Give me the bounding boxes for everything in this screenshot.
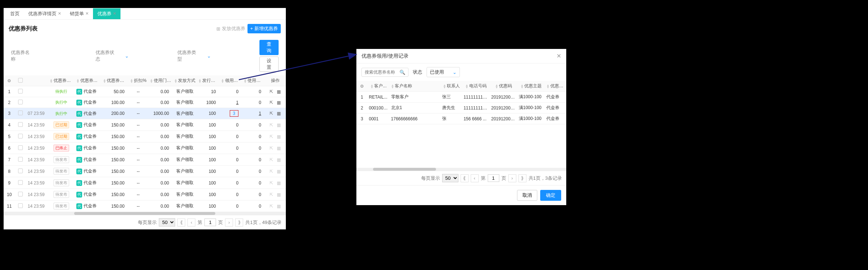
share-icon[interactable]: ⇱ — [270, 111, 273, 116]
modal-table-row[interactable]: 1RETAIL...零散客户张三111111111112019120070...… — [356, 92, 566, 103]
table-row[interactable]: 914 23:59待发布代代金券150.00--0.00客户领取10000⇱▦ — [4, 177, 286, 189]
th-face[interactable]: 优惠券面值 — [107, 78, 128, 83]
page-first[interactable]: ⟪ — [177, 219, 185, 227]
modal-hscroll-thumb[interactable] — [373, 168, 436, 171]
tab-1[interactable]: 优惠券详情页✕ — [24, 8, 65, 19]
qr-icon[interactable]: ▦ — [277, 146, 281, 151]
gear-icon[interactable]: ⚙ — [360, 84, 364, 89]
table-row[interactable]: 714 23:59待发布代代金券150.00--0.00客户领取10000⇱▦ — [4, 154, 286, 166]
voucher-icon: 代 — [76, 180, 82, 186]
modal-page-last[interactable]: ⟫ — [518, 174, 526, 182]
modal-page-next[interactable]: › — [508, 174, 516, 182]
checkbox-all[interactable] — [18, 78, 23, 83]
qr-icon[interactable]: ▦ — [277, 192, 281, 197]
add-coupon-button[interactable]: + 新增优惠券 — [247, 24, 281, 33]
hscroll-thumb[interactable] — [74, 212, 215, 215]
table-row[interactable]: 414 23:59已过期代代金券150.00--0.00客户领取10000⇱▦ — [4, 119, 286, 131]
row-checkbox[interactable] — [18, 203, 23, 208]
row-checkbox[interactable] — [18, 122, 23, 127]
tab-close-icon[interactable]: ✕ — [113, 11, 116, 16]
tab-0[interactable]: 首页 — [6, 8, 24, 19]
th-distribute[interactable]: 发放方式 — [178, 78, 195, 83]
table-row[interactable]: 1114 23:59待发布代代金券150.00--0.00客户领取10000⇱▦ — [4, 200, 286, 212]
page-input[interactable] — [204, 219, 216, 226]
modal-table-row[interactable]: 3000117666666666张156 6666 ...2019120070.… — [356, 113, 566, 124]
mth-subject[interactable]: 优惠主题 — [524, 83, 542, 88]
filter-status-select[interactable]: ⌄ — [123, 53, 172, 59]
table-row[interactable]: 814 23:59待发布代代金券150.00--0.00客户领取10000⇱▦ — [4, 166, 286, 177]
voucher-icon: 代 — [76, 111, 82, 117]
modal-status-select[interactable]: 已使用 ⌄ — [427, 67, 460, 77]
page-next[interactable]: › — [225, 219, 233, 227]
mth-cust-name[interactable]: 客户名称 — [395, 83, 412, 88]
mth-code[interactable]: 优惠码 — [499, 83, 512, 88]
table-row[interactable]: 1待执行代代金券50.00--0.00客户领取1000⇱▦ — [4, 86, 286, 97]
per-page-select[interactable]: 50 — [159, 218, 175, 227]
table-row[interactable]: 307 23:59执行中代代金券200.00--1000.00客户领取10031… — [4, 108, 286, 119]
cancel-button[interactable]: 取消 — [517, 190, 537, 201]
modal-hscroll-track[interactable] — [356, 168, 566, 171]
mth-phone[interactable]: 电话号码 — [469, 83, 487, 88]
th-discount[interactable]: 折扣% — [134, 78, 147, 83]
qr-icon[interactable]: ▦ — [277, 89, 281, 94]
mth-cust-code[interactable]: 客户... — [374, 83, 386, 88]
qr-icon[interactable]: ▦ — [277, 180, 281, 186]
modal-search-input[interactable] — [365, 70, 397, 75]
row-checkbox[interactable] — [18, 192, 23, 196]
receive-count-link[interactable]: 3 — [230, 110, 239, 117]
row-checkbox[interactable] — [18, 180, 23, 185]
row-checkbox[interactable] — [18, 145, 23, 150]
table-row[interactable]: 2执行中代代金券100.00--0.00客户领取100010⇱▦ — [4, 97, 286, 108]
modal-page-prev[interactable]: ‹ — [471, 174, 479, 182]
row-checkbox[interactable] — [18, 134, 23, 138]
search-icon[interactable]: 🔍 — [399, 70, 405, 75]
qr-icon[interactable]: ▦ — [277, 169, 281, 174]
issue-coupon-button[interactable]: ⊞ 发放优惠券 — [216, 25, 245, 32]
close-icon[interactable]: ✕ — [556, 53, 561, 59]
share-icon: ⇱ — [270, 134, 273, 139]
tab-close-icon[interactable]: ✕ — [58, 11, 61, 16]
row-checkbox[interactable] — [18, 111, 23, 115]
th-issue-count[interactable]: 发行数量 — [202, 78, 220, 83]
th-status[interactable]: 优惠券状态 — [54, 78, 75, 83]
hscroll-track[interactable] — [4, 212, 286, 215]
th-threshold[interactable]: 使用门槛... — [154, 78, 173, 83]
page-summary: 共1页，49条记录 — [245, 219, 281, 226]
row-checkbox[interactable] — [18, 100, 23, 104]
tab-2[interactable]: 销货单✕ — [65, 8, 93, 19]
table-row[interactable]: 1014 23:59待发布代代金券150.00--0.00客户领取10000⇱▦ — [4, 189, 286, 200]
share-icon[interactable]: ⇱ — [270, 100, 273, 105]
th-type[interactable]: 优惠券类型 — [80, 78, 102, 83]
qr-icon[interactable]: ▦ — [277, 134, 281, 139]
tab-close-icon[interactable]: ✕ — [85, 11, 89, 16]
row-checkbox[interactable] — [18, 89, 23, 94]
use-count-link[interactable]: 1 — [259, 111, 261, 116]
page-prev[interactable]: ‹ — [187, 219, 195, 227]
share-icon[interactable]: ⇱ — [270, 89, 273, 94]
row-checkbox[interactable] — [18, 157, 23, 162]
tab-3[interactable]: 优惠券✕ — [93, 8, 120, 19]
qr-icon[interactable]: ▦ — [277, 111, 281, 116]
modal-table-row[interactable]: 200010001北京1唐先生111111111112019120070...满… — [356, 103, 566, 113]
receive-count-link[interactable]: 1 — [236, 100, 239, 105]
qr-icon[interactable]: ▦ — [277, 157, 281, 162]
modal-table: ⚙ ▲▼客户... ▲▼客户名称 ▲▼联系人 ▲▼电话号码 ▲▼优惠码 ▲▼优惠… — [356, 81, 566, 124]
gear-icon[interactable]: ⚙ — [7, 78, 11, 83]
mth-contact[interactable]: 联系人 — [447, 83, 460, 88]
modal-page-first[interactable]: ⟪ — [461, 174, 469, 182]
share-icon: ⇱ — [270, 157, 273, 162]
annotation-arrow — [239, 51, 362, 83]
qr-icon[interactable]: ▦ — [277, 122, 281, 128]
qr-icon[interactable]: ▦ — [277, 100, 281, 105]
row-checkbox[interactable] — [18, 169, 23, 173]
modal-page-input[interactable] — [488, 174, 499, 182]
ok-button[interactable]: 确定 — [540, 190, 561, 201]
filter-name-input[interactable] — [39, 53, 90, 59]
mth-kind[interactable]: 优惠券类 — [550, 83, 566, 88]
page-last[interactable]: ⟫ — [235, 219, 243, 227]
table-row[interactable]: 614 23:59已终止代代金券150.00--0.00客户领取10000⇱▦ — [4, 142, 286, 154]
modal-search-box[interactable]: 🔍 — [361, 68, 408, 77]
modal-per-page-select[interactable]: 50 — [442, 174, 458, 182]
table-row[interactable]: 514 23:59已过期代代金券150.00--0.00客户领取10000⇱▦ — [4, 131, 286, 142]
qr-icon[interactable]: ▦ — [277, 204, 281, 209]
